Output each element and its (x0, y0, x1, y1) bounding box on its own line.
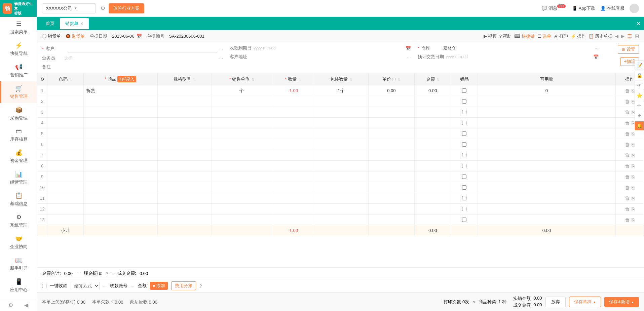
view-grid-icon[interactable]: ⊞ (635, 33, 639, 39)
warehouse-dots[interactable]: ··· (595, 45, 599, 51)
user-avatar[interactable] (630, 4, 639, 13)
expected-calendar-icon[interactable]: 📅 (593, 54, 599, 60)
product-cell[interactable] (83, 128, 157, 139)
pack-qty-cell[interactable] (314, 161, 368, 171)
sidebar-item-enterprise[interactable]: 🤝 企业协同 (0, 232, 37, 253)
expense-help-icon[interactable]: ? (199, 283, 202, 288)
copy-icon[interactable]: ⎘ (632, 217, 634, 223)
pack-qty-cell[interactable] (314, 193, 368, 204)
sidebar-item-search[interactable]: ☰ 搜索菜单 (0, 17, 37, 38)
app-download-item[interactable]: 📱 App下载 (572, 5, 595, 11)
gift-cell[interactable] (451, 139, 478, 150)
spec-cell[interactable] (157, 171, 212, 182)
amount-cell[interactable] (415, 161, 451, 171)
copy-icon[interactable]: ⎘ (632, 185, 634, 190)
quantity-cell[interactable] (272, 182, 314, 193)
copy-icon[interactable]: ⎘ (632, 99, 634, 104)
th-settings[interactable]: ⚙ (37, 73, 47, 85)
payment-dots[interactable]: ··· (103, 283, 107, 288)
view-list-icon[interactable]: ☰ (627, 33, 632, 39)
price-cell[interactable] (368, 171, 415, 182)
barcode-cell[interactable] (47, 161, 84, 171)
pack-qty-cell[interactable] (314, 96, 368, 107)
product-cell[interactable] (83, 204, 157, 215)
operate-action[interactable]: ⚡ 操作 (571, 33, 586, 39)
unit-cell[interactable] (212, 118, 272, 128)
pack-qty-cell[interactable] (314, 215, 368, 225)
amount-cell[interactable]: 0.00 (415, 85, 451, 96)
product-cell[interactable] (83, 139, 157, 150)
company-settings-icon[interactable]: ⚙ (101, 5, 105, 11)
spec-cell[interactable] (157, 215, 212, 225)
product-cell[interactable] (83, 150, 157, 161)
expense-button[interactable]: 费用分摊 (171, 281, 196, 290)
delete-icon[interactable]: 🗑 (625, 120, 630, 126)
product-cell[interactable] (83, 96, 157, 107)
nav-prev-icon[interactable]: ◀ (615, 34, 618, 39)
tab-home[interactable]: 首页 (40, 18, 60, 29)
pack-qty-cell[interactable] (314, 139, 368, 150)
barcode-cell[interactable] (47, 118, 84, 128)
price-cell[interactable]: 0.00 (368, 85, 415, 96)
sidebar-item-appstore[interactable]: 📱 应用中心 (0, 275, 37, 296)
message-item[interactable]: 💬 消息 99+ (542, 5, 567, 11)
collapse-icon[interactable]: ◀ (24, 302, 28, 308)
spec-cell[interactable] (157, 150, 212, 161)
gift-cell[interactable] (451, 171, 478, 182)
unit-cell[interactable] (212, 161, 272, 171)
add-payment-button[interactable]: ● 添加 (150, 282, 168, 290)
delete-icon[interactable]: 🗑 (625, 131, 630, 137)
barcode-cell[interactable] (47, 85, 84, 96)
quantity-cell[interactable] (272, 150, 314, 161)
sidebar-item-basics[interactable]: 📋 基础信息 (0, 189, 37, 210)
gift-cell[interactable] (451, 204, 478, 215)
copy-icon[interactable]: ⎘ (632, 142, 634, 147)
barcode-cell[interactable] (47, 150, 84, 161)
amount-cell[interactable] (415, 193, 451, 204)
amount-cell[interactable] (415, 118, 451, 128)
delete-icon[interactable]: 🗑 (625, 153, 630, 158)
sort-packqty-icon[interactable]: ⇅ (349, 78, 352, 81)
pack-qty-cell[interactable] (314, 182, 368, 193)
gift-cell[interactable] (451, 128, 478, 139)
unit-cell[interactable] (212, 171, 272, 182)
print-action[interactable]: 🖨 打印 (554, 33, 568, 39)
help-action[interactable]: ? 帮助 (499, 33, 512, 39)
delete-icon[interactable]: 🗑 (625, 142, 630, 147)
price-cell[interactable] (368, 215, 415, 225)
product-cell[interactable]: 拆货 (83, 85, 157, 96)
spec-cell[interactable] (157, 96, 212, 107)
owe-info-icon[interactable]: ? (111, 300, 113, 305)
calendar-icon[interactable]: 📅 (137, 34, 142, 39)
quantity-cell[interactable] (272, 193, 314, 204)
price-cell[interactable] (368, 204, 415, 215)
spec-cell[interactable] (157, 182, 212, 193)
sidebar-item-system[interactable]: ⚙ 系统管理 (0, 210, 37, 232)
copy-icon[interactable]: ⎘ (632, 120, 634, 126)
pack-qty-cell[interactable] (314, 118, 368, 128)
gift-cell[interactable] (451, 215, 478, 225)
copy-icon[interactable]: ⎘ (632, 206, 634, 212)
sidebar-item-wechat[interactable]: 💬 企业微信 (0, 296, 37, 299)
copy-icon[interactable]: ⎘ (632, 163, 634, 169)
float-btn-3[interactable]: 👁 (635, 81, 644, 90)
scan-button[interactable]: 扫码录入 (117, 76, 136, 82)
amount-cell[interactable] (415, 96, 451, 107)
product-cell[interactable] (83, 182, 157, 193)
gift-cell[interactable] (451, 182, 478, 193)
barcode-cell[interactable] (47, 215, 84, 225)
gift-cell[interactable] (451, 118, 478, 128)
tabbar-close-icon[interactable]: ✕ (636, 21, 641, 27)
quantity-cell[interactable] (272, 171, 314, 182)
barcode-cell[interactable] (47, 96, 84, 107)
spec-cell[interactable] (157, 107, 212, 118)
unit-cell[interactable] (212, 182, 272, 193)
barcode-cell[interactable] (47, 107, 84, 118)
gift-cell[interactable] (451, 193, 478, 204)
settings-bottom-icon[interactable]: ⚙ (8, 302, 13, 308)
product-cell[interactable] (83, 215, 157, 225)
quantity-cell[interactable] (272, 139, 314, 150)
delete-icon[interactable]: 🗑 (625, 206, 630, 212)
float-btn-7[interactable]: 🔔 (635, 121, 644, 130)
copy-icon[interactable]: ⎘ (632, 131, 634, 137)
